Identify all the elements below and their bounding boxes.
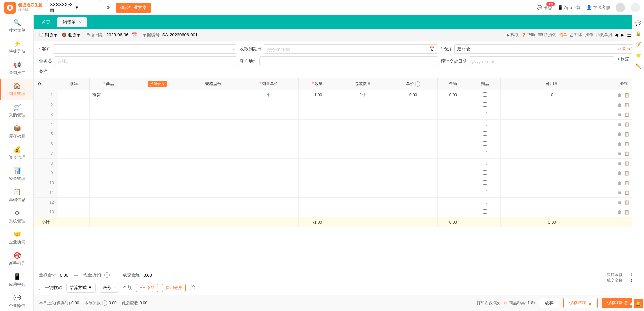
row-delete-btn[interactable]: 🗑 xyxy=(618,132,622,137)
link-video[interactable]: ▶ 视频 xyxy=(507,32,519,38)
due-info-icon[interactable]: i xyxy=(102,300,107,306)
row-delete-btn[interactable]: 🗑 xyxy=(618,161,622,166)
row-delete-btn[interactable]: 🗑 xyxy=(618,142,622,146)
row-amount[interactable] xyxy=(437,110,469,120)
sidebar-item-enterprise[interactable]: 🤝 企业协同 xyxy=(0,227,33,248)
row-gift[interactable] xyxy=(469,178,500,188)
right-panel-lock-btn[interactable]: 🔒 xyxy=(634,29,643,38)
row-amount[interactable] xyxy=(437,159,469,168)
one-click-checkbox[interactable] xyxy=(39,286,43,290)
right-panel-note-btn[interactable]: 📝 xyxy=(634,40,643,49)
row-copy-btn[interactable]: 📋 xyxy=(624,200,629,205)
right-panel-edit-btn[interactable]: ✏️ xyxy=(634,61,643,71)
row-quantity[interactable] xyxy=(298,188,337,198)
message-action[interactable]: 💬 消息 99+ xyxy=(537,5,552,11)
row-product[interactable] xyxy=(89,129,128,139)
row-delete-btn[interactable]: 🗑 xyxy=(618,122,622,127)
row-barcode[interactable] xyxy=(58,110,89,120)
row-barcode[interactable] xyxy=(58,90,89,100)
settings-icon[interactable]: ⚙ xyxy=(104,3,113,12)
row-pack-qty[interactable] xyxy=(337,129,389,139)
row-unit[interactable] xyxy=(239,139,299,149)
row-unit[interactable] xyxy=(239,207,299,217)
row-product[interactable] xyxy=(89,110,128,120)
row-unit-price[interactable] xyxy=(389,129,437,139)
sidebar-item-marketing[interactable]: 📢 营销推广 xyxy=(0,58,33,79)
row-unit-price[interactable] xyxy=(389,149,437,159)
row-unit-price[interactable]: 0.00 xyxy=(389,90,437,100)
sidebar-item-apps[interactable]: 📱 应用中心 xyxy=(0,270,33,291)
payment-account-input[interactable]: 账号 ··· xyxy=(100,283,119,293)
row-unit[interactable] xyxy=(239,198,299,207)
view-list-icon[interactable]: ☰ xyxy=(627,32,632,38)
row-copy-btn[interactable]: 📋 xyxy=(624,210,629,215)
row-unit-price[interactable] xyxy=(389,207,437,217)
link-action[interactable]: 操作 xyxy=(585,32,593,38)
row-quantity[interactable] xyxy=(298,178,337,188)
sidebar-item-system[interactable]: ⚙ 系统管理 xyxy=(0,206,33,227)
row-copy-btn[interactable]: 📋 xyxy=(624,103,629,107)
row-pack-qty[interactable] xyxy=(337,168,389,178)
row-gift[interactable] xyxy=(469,90,500,100)
row-gift[interactable] xyxy=(469,188,500,198)
link-history[interactable]: 历史单据 xyxy=(596,32,612,38)
row-spec[interactable] xyxy=(187,159,239,168)
row-quantity[interactable] xyxy=(298,110,337,120)
link-help[interactable]: ❓ 帮助 xyxy=(521,32,535,38)
row-spec[interactable] xyxy=(187,198,239,207)
row-pack-qty[interactable]: 1个 xyxy=(337,90,389,100)
one-click-payment-label[interactable]: 一键收款 xyxy=(39,285,62,291)
sidebar-item-capital[interactable]: 💰 资金管理 xyxy=(0,143,33,164)
row-unit[interactable] xyxy=(239,178,299,188)
row-gift[interactable] xyxy=(469,129,500,139)
row-gift[interactable] xyxy=(469,120,500,129)
link-shortcut[interactable]: ⌨ 快捷键 xyxy=(538,32,556,38)
row-unit-price[interactable] xyxy=(389,188,437,198)
row-unit[interactable] xyxy=(239,188,299,198)
row-unit-price[interactable] xyxy=(389,120,437,129)
row-pack-qty[interactable] xyxy=(337,139,389,149)
row-unit[interactable] xyxy=(239,120,299,129)
row-delete-btn[interactable]: 🗑 xyxy=(618,210,622,215)
row-gift[interactable] xyxy=(469,159,500,168)
row-amount[interactable] xyxy=(437,207,469,217)
row-product[interactable] xyxy=(89,159,128,168)
row-pack-qty[interactable] xyxy=(337,120,389,129)
expected-date-input[interactable]: yyyy-mm-dd 📅 xyxy=(469,56,639,66)
row-copy-btn[interactable]: 📋 xyxy=(624,161,629,166)
row-gift[interactable] xyxy=(469,168,500,178)
radio-sale-order[interactable]: 销货单 xyxy=(39,32,58,38)
expense-info-icon[interactable]: ? xyxy=(190,285,195,290)
right-panel-chat-btn[interactable]: 💬 xyxy=(634,18,643,28)
row-amount[interactable] xyxy=(437,100,469,110)
row-delete-btn[interactable]: 🗑 xyxy=(618,171,622,176)
row-unit-price[interactable] xyxy=(389,110,437,120)
row-copy-btn[interactable]: 📋 xyxy=(624,112,629,117)
row-copy-btn[interactable]: 📋 xyxy=(624,151,629,156)
row-amount[interactable] xyxy=(437,178,469,188)
abandon-button[interactable]: 放弃 xyxy=(539,298,559,308)
nav-next-icon[interactable]: ▶ xyxy=(621,32,624,37)
discount-info-icon[interactable]: i xyxy=(104,272,110,278)
row-product[interactable] xyxy=(89,139,128,149)
row-spec[interactable] xyxy=(187,207,239,217)
row-barcode[interactable] xyxy=(58,188,89,198)
th-scan[interactable]: 扫码录入 xyxy=(128,78,187,90)
row-amount[interactable] xyxy=(437,188,469,198)
row-barcode[interactable] xyxy=(58,207,89,217)
product-type-radio[interactable]: ⊙ xyxy=(504,301,507,305)
row-product[interactable] xyxy=(89,188,128,198)
row-barcode[interactable] xyxy=(58,120,89,129)
row-pack-qty[interactable] xyxy=(337,207,389,217)
row-delete-btn[interactable]: 🗑 xyxy=(618,151,622,156)
row-pack-qty[interactable] xyxy=(337,188,389,198)
row-spec[interactable] xyxy=(187,149,239,159)
add-payment-btn[interactable]: + + 添加 xyxy=(136,284,158,292)
row-gift[interactable] xyxy=(469,198,500,207)
link-select[interactable]: 选单 xyxy=(559,32,567,38)
row-delete-btn[interactable]: 🗑 xyxy=(618,103,622,107)
online-service-action[interactable]: 👤 在线客服 xyxy=(586,5,610,11)
row-quantity[interactable] xyxy=(298,149,337,159)
row-quantity[interactable]: -1.00 xyxy=(298,90,337,100)
sidebar-item-sales[interactable]: 🏠 销售管理 xyxy=(0,79,33,100)
